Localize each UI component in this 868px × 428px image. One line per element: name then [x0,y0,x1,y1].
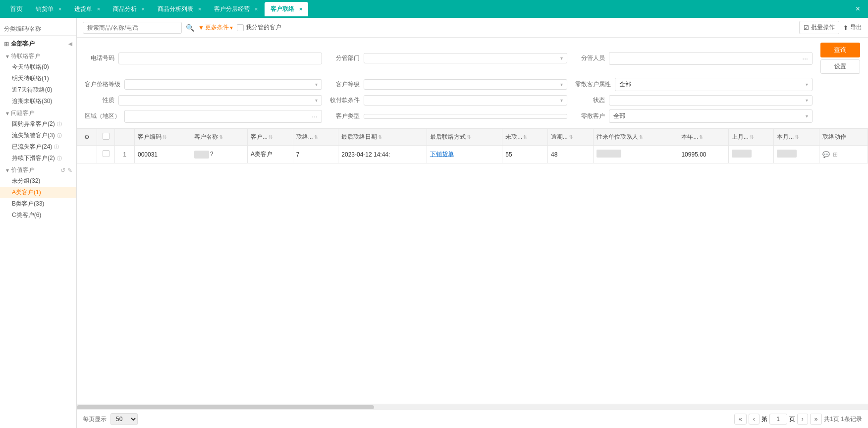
nav-tab-analysis-list[interactable]: 商品分析列表 × [152,2,207,16]
th-last-contact-date[interactable]: 最后联络日期⇅ [338,129,427,146]
filter-payment-group: 收付款条件 ▾ [330,95,567,106]
th-gear[interactable]: ⚙ [77,129,97,146]
page-number-input[interactable] [769,414,787,425]
filter-nature-select[interactable]: ▾ [118,95,322,106]
sidebar-item-churn-warning[interactable]: 流失预警客户(3) ⓘ [0,130,76,141]
th-check[interactable] [97,129,115,146]
row-last-contact-method[interactable]: 下销货单 [427,146,502,163]
app-close-button[interactable]: × [852,2,864,15]
sidebar-item-churned[interactable]: 已流失客户(24) ⓘ [0,141,76,153]
region-more-icon[interactable]: ··· [312,112,318,120]
th-this-year[interactable]: 本年...⇅ [678,129,728,146]
filter-payment-select[interactable]: ▾ [364,95,567,106]
filter-row-2: 客户价格等级 ▾ 客户等级 ▾ 零散客户属性 [85,78,860,91]
filter-phone-input[interactable] [118,53,322,64]
sidebar-item-7days-pending[interactable]: 近7天待联络(0) [0,84,76,96]
filter-price-level-select[interactable]: ▾ [124,79,322,90]
row-this-year: 10995.00 [678,146,728,163]
th-name[interactable]: 客户名称⇅ [191,129,248,146]
close-sales-tab[interactable]: × [58,6,61,12]
filter-customer-level-select[interactable]: ▾ [364,79,567,90]
value-edit-icon[interactable]: ✎ [67,167,72,174]
qr-icon[interactable]: ⊞ [833,151,838,158]
sidebar-collapse-button[interactable]: ◀ [68,41,72,47]
sidebar-item-class-b[interactable]: B类客户(33) [0,198,76,210]
nav-home[interactable]: 首页 [4,1,29,16]
search-input[interactable] [83,22,182,34]
last-contact-link[interactable]: 下销货单 [430,151,454,158]
th-unit-contact[interactable]: 往来单位联系人⇅ [593,129,678,146]
sidebar-item-unclassified[interactable]: 未分组(32) [0,175,76,187]
th-contact[interactable]: 联络...⇅ [293,129,338,146]
setting-button[interactable]: 设置 [820,59,860,74]
dept-dropdown-icon: ▾ [560,55,563,61]
nav-tab-sales[interactable]: 销货单 × [30,2,67,16]
status-dropdown-icon: ▾ [806,98,808,103]
sidebar-item-repurchase-abnormal[interactable]: 回购异常客户(2) ⓘ [0,118,76,130]
filter-button[interactable]: ▼ 更多条件 ▾ [198,23,233,32]
th-uncontacted[interactable]: 未联...⇅ [502,129,548,146]
filter-status-select[interactable]: ▾ [609,95,813,106]
th-last-contact-method[interactable]: 最后联络方式⇅ [427,129,502,146]
export-button[interactable]: ⬆ 导出 [843,23,862,32]
query-button[interactable]: 查询 [820,43,860,57]
filter-price-level-group: 客户价格等级 ▾ [85,79,322,90]
filter-region-select[interactable]: ··· [124,110,322,123]
sidebar-search-input[interactable] [4,25,77,32]
sidebar-item-tomorrow-pending[interactable]: 明天待联络(1) [0,73,76,84]
next-page-button[interactable]: › [797,414,808,425]
prev-page-button[interactable]: ‹ [749,414,760,425]
th-code[interactable]: 客户编码⇅ [135,129,191,146]
nav-tab-customer-tier[interactable]: 客户分层经营 × [208,2,264,16]
close-purchase-tab[interactable]: × [97,6,100,12]
filter-dept-select[interactable]: ▾ [364,53,567,63]
th-last-month[interactable]: 上月...⇅ [728,129,774,146]
th-overdue[interactable]: 逾期...⇅ [547,129,593,146]
scrollbar-thumb[interactable] [77,405,374,409]
th-this-month[interactable]: 本月...⇅ [774,129,819,146]
sidebar-item-class-c[interactable]: C类客户(6) [0,210,76,221]
sidebar-section-pending[interactable]: ▾ 待联络客户 [0,50,76,61]
horizontal-scrollbar[interactable] [77,404,868,410]
filter-customer-type-select[interactable] [364,114,567,119]
my-customer-filter[interactable]: 我分管的客户 [237,23,281,32]
sidebar-all-customers[interactable]: ⊞ 全部客户 ◀ [0,38,76,50]
row-this-month [774,146,819,163]
batch-op-button[interactable]: ☑ 批量操作 [799,21,839,34]
filter-label: 更多条件 [205,23,229,32]
sidebar-item-today-pending[interactable]: 今天待联络(0) [0,61,76,73]
filter-row-3: 性质 ▾ 收付款条件 ▾ 状态 [85,95,860,106]
header-checkbox[interactable] [103,133,109,140]
my-customer-checkbox[interactable] [237,24,244,31]
close-customer-contact-tab[interactable]: × [299,6,302,12]
sidebar-section-problem[interactable]: ▾ 问题客户 [0,107,76,118]
nav-tab-purchase[interactable]: 进货单 × [68,2,106,16]
thismonth-sort-icon: ⇅ [795,134,799,140]
chat-icon[interactable]: 💬 [822,151,830,158]
search-button[interactable]: 🔍 [186,24,194,32]
filter-actions: 查询 设置 [820,43,860,74]
this-month-masked [777,150,797,158]
first-page-button[interactable]: « [734,414,747,425]
th-category[interactable]: 客户...⇅ [248,129,293,146]
sidebar-item-class-a[interactable]: A类客户(1) [0,187,76,198]
sidebar-section-value[interactable]: ▾ 价值客户 ↺ ✎ [0,164,76,175]
sidebar-item-overdue-contact[interactable]: 逾期未联络(30) [0,96,76,107]
filter-person-select[interactable]: ··· [609,52,813,65]
close-customer-tier-tab[interactable]: × [255,6,258,12]
close-analysis-list-tab[interactable]: × [198,6,201,12]
page-size-select[interactable]: 50 100 200 [110,413,138,425]
nav-tab-analysis[interactable]: 商品分析 × [107,2,151,16]
last-page-button[interactable]: » [810,414,822,425]
lastmonth-sort-icon: ⇅ [750,134,754,140]
row-check[interactable] [97,146,115,163]
page-end-label: 页 [789,415,795,424]
person-more-icon[interactable]: ··· [802,54,808,62]
value-refresh-icon[interactable]: ↺ [60,167,65,174]
row-checkbox[interactable] [103,150,109,157]
sidebar-item-declining[interactable]: 持续下滑客户(2) ⓘ [0,153,76,164]
filter-retail-attr-select[interactable]: 全部 ▾ [615,78,813,91]
close-analysis-tab[interactable]: × [142,6,145,12]
filter-retail-customer-select[interactable]: 全部 ▾ [609,109,813,123]
nav-tab-customer-contact[interactable]: 客户联络 × [265,2,308,16]
